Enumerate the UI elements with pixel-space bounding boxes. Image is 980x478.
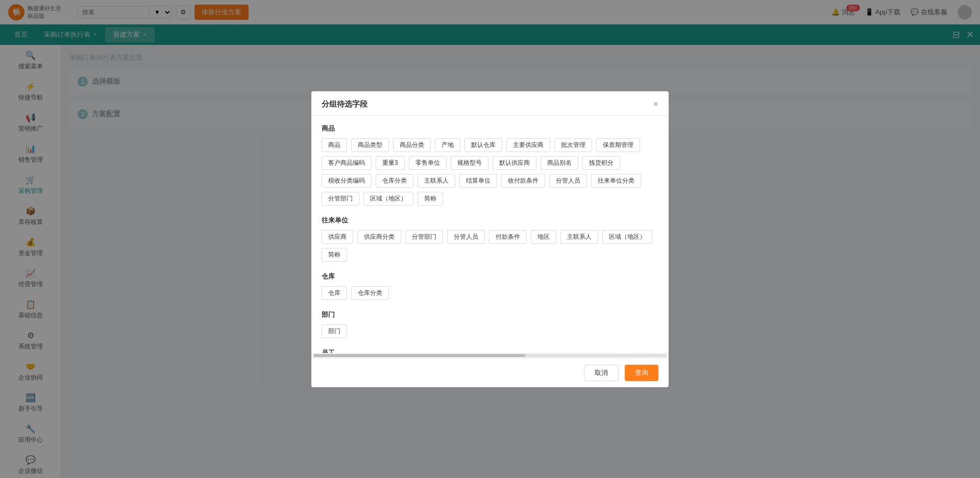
field-tag-origin[interactable]: 产地 bbox=[435, 138, 460, 152]
field-tag-payment-condition[interactable]: 付款条件 bbox=[489, 230, 527, 244]
field-tag-dept-supervisor[interactable]: 分管部门 bbox=[322, 192, 359, 206]
field-tag-region2[interactable]: 区域（地区） bbox=[602, 230, 652, 244]
field-tag-supervisor[interactable]: 分管人员 bbox=[549, 174, 587, 188]
field-tag-payment-terms[interactable]: 收付款条件 bbox=[501, 174, 545, 188]
field-tag-weight3[interactable]: 重量3 bbox=[376, 156, 405, 170]
field-tag-main-contact[interactable]: 主联系人 bbox=[418, 174, 455, 188]
field-tag-expiry-management[interactable]: 保质期管理 bbox=[596, 138, 640, 152]
field-section-warehouse: 仓库 仓库 仓库分类 bbox=[322, 272, 658, 300]
field-tag-pick-points[interactable]: 拣货积分 bbox=[582, 156, 620, 170]
field-section-employee: 员工 业务员 bbox=[322, 348, 658, 354]
field-tag-main-supplier[interactable]: 主要供应商 bbox=[506, 138, 550, 152]
field-tag-main-contact2[interactable]: 主联系人 bbox=[560, 230, 598, 244]
field-tag-dept-mgr[interactable]: 分管部门 bbox=[405, 230, 443, 244]
field-section-warehouse-title: 仓库 bbox=[322, 272, 658, 281]
field-section-goods: 商品 商品 商品类型 商品分类 产地 默认仓库 主要供应商 批次管理 保质期管理… bbox=[322, 124, 658, 206]
field-tags-counterpart: 供应商 供应商分类 分管部门 分管人员 付款条件 地区 主联系人 区域（地区） … bbox=[322, 230, 658, 262]
field-section-department: 部门 部门 bbox=[322, 310, 658, 338]
field-tag-settlement-unit[interactable]: 结算单位 bbox=[459, 174, 497, 188]
field-tag-batch-management[interactable]: 批次管理 bbox=[554, 138, 592, 152]
field-tag-tax-code[interactable]: 税收分类编码 bbox=[322, 174, 372, 188]
modal-hscrollbar[interactable] bbox=[311, 353, 669, 358]
field-tag-short-name2[interactable]: 简称 bbox=[322, 248, 347, 262]
field-tags-department: 部门 bbox=[322, 324, 658, 338]
modal-title: 分组待选字段 bbox=[322, 99, 368, 109]
modal-close-button[interactable]: × bbox=[653, 99, 658, 109]
field-tag-goods-alias[interactable]: 商品别名 bbox=[541, 156, 578, 170]
field-tag-warehouse[interactable]: 仓库 bbox=[322, 286, 347, 300]
field-tag-goods-category[interactable]: 商品分类 bbox=[393, 138, 431, 152]
modal-body[interactable]: 商品 商品 商品类型 商品分类 产地 默认仓库 主要供应商 批次管理 保质期管理… bbox=[311, 116, 669, 354]
field-section-goods-title: 商品 bbox=[322, 124, 658, 133]
field-tag-customer-sku[interactable]: 客户商品编码 bbox=[322, 156, 372, 170]
field-section-counterpart-title: 往来单位 bbox=[322, 216, 658, 225]
confirm-button[interactable]: 查询 bbox=[625, 365, 658, 381]
field-tag-department[interactable]: 部门 bbox=[322, 324, 347, 338]
field-tag-goods[interactable]: 商品 bbox=[322, 138, 347, 152]
modal-overlay: 分组待选字段 × 商品 商品 商品类型 商品分类 产地 默认仓库 主要供应商 批… bbox=[0, 0, 980, 478]
field-tags-goods: 商品 商品类型 商品分类 产地 默认仓库 主要供应商 批次管理 保质期管理 客户… bbox=[322, 138, 658, 206]
field-tag-warehouse-cat[interactable]: 仓库分类 bbox=[351, 286, 389, 300]
field-tag-counterpart-category[interactable]: 往来单位分类 bbox=[591, 174, 641, 188]
field-tag-area[interactable]: 地区 bbox=[531, 230, 556, 244]
field-tag-dept-person[interactable]: 分管人员 bbox=[447, 230, 485, 244]
cancel-button[interactable]: 取消 bbox=[584, 365, 619, 381]
field-tag-default-warehouse[interactable]: 默认仓库 bbox=[464, 138, 502, 152]
field-section-counterpart: 往来单位 供应商 供应商分类 分管部门 分管人员 付款条件 地区 主联系人 区域… bbox=[322, 216, 658, 262]
field-section-employee-title: 员工 bbox=[322, 348, 658, 354]
field-select-modal: 分组待选字段 × 商品 商品 商品类型 商品分类 产地 默认仓库 主要供应商 批… bbox=[311, 91, 669, 387]
field-tag-warehouse-category[interactable]: 仓库分类 bbox=[376, 174, 413, 188]
field-tags-warehouse: 仓库 仓库分类 bbox=[322, 286, 658, 300]
field-tag-supplier[interactable]: 供应商 bbox=[322, 230, 353, 244]
field-tag-spec-model[interactable]: 规格型号 bbox=[451, 156, 488, 170]
hscroll-track bbox=[313, 354, 667, 357]
field-tag-supplier-category[interactable]: 供应商分类 bbox=[357, 230, 401, 244]
hscroll-thumb bbox=[313, 354, 525, 357]
field-tag-region[interactable]: 区域（地区） bbox=[363, 192, 413, 206]
modal-header: 分组待选字段 × bbox=[311, 91, 669, 116]
modal-footer: 取消 查询 bbox=[311, 358, 669, 387]
field-tag-goods-type[interactable]: 商品类型 bbox=[351, 138, 389, 152]
field-tag-default-supplier[interactable]: 默认供应商 bbox=[493, 156, 536, 170]
field-tag-short-name[interactable]: 简称 bbox=[418, 192, 443, 206]
field-section-department-title: 部门 bbox=[322, 310, 658, 319]
field-tag-retail-unit[interactable]: 零售单位 bbox=[409, 156, 447, 170]
